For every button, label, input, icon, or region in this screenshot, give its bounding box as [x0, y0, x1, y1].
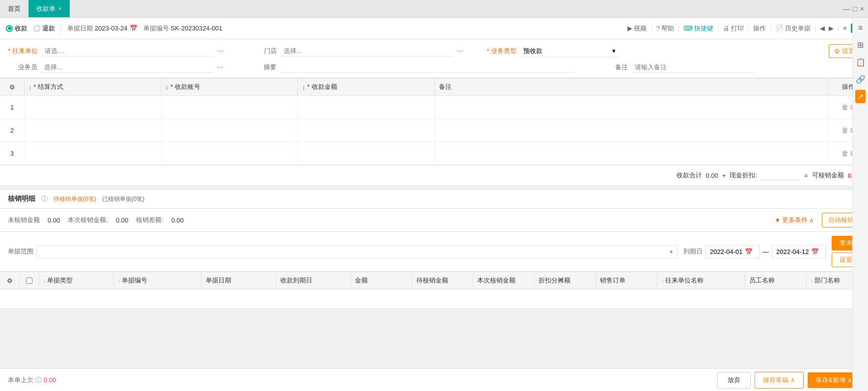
- row-2-no: 2: [0, 119, 25, 141]
- col-order-label: 销售订单: [600, 276, 625, 285]
- col-date-label: 单据日期: [206, 276, 231, 285]
- list-view-action[interactable]: ≡: [843, 25, 847, 32]
- col-due-label: 收款到期日: [280, 276, 312, 285]
- row-2-amount[interactable]: [298, 119, 435, 141]
- video-action[interactable]: ▶ 视频: [627, 24, 647, 33]
- bth-amount: 金额: [351, 273, 412, 288]
- row-3-remark[interactable]: [435, 142, 829, 165]
- row-2-settle[interactable]: [25, 119, 162, 141]
- print-icon: 🖨: [723, 25, 730, 32]
- equals-sign: =: [804, 172, 808, 179]
- no-label: 单据编号: [143, 24, 169, 33]
- writeoff-pending-tab[interactable]: 待核销单据(0笔): [54, 195, 96, 203]
- history-icon: 📄: [776, 25, 784, 32]
- window-close-icon[interactable]: ×: [860, 5, 864, 13]
- sidebar-icon-3[interactable]: 📋: [854, 56, 868, 69]
- unit-input[interactable]: [42, 46, 214, 56]
- staff-more-icon[interactable]: ···: [217, 63, 223, 72]
- col-discount-label: 折扣分摊额: [539, 276, 570, 285]
- window-minimize-icon[interactable]: —: [843, 5, 850, 13]
- window-maximize-icon[interactable]: □: [853, 5, 857, 13]
- form-area: * 往来单位 ··· 门店 ··· * 业务类型 预收款 ▾ ⚙ 设置 业务员 …: [0, 39, 868, 78]
- row-3-delete-icon[interactable]: 🗑: [841, 149, 848, 157]
- sidebar-icon-4[interactable]: 🔗: [854, 73, 868, 86]
- note-input[interactable]: [632, 62, 755, 73]
- th-remark: 备注: [435, 79, 829, 95]
- date-to-input[interactable]: 2022-04-12 📅: [772, 245, 826, 258]
- staff-input[interactable]: [41, 62, 213, 73]
- abandon-button[interactable]: 放弃: [717, 372, 751, 389]
- next-action[interactable]: ▶: [829, 25, 834, 32]
- discount-label: 现金折扣:: [730, 171, 757, 180]
- row-1-settle[interactable]: [25, 96, 162, 118]
- writeoff-header: 核销明细 ⓘ 待核销单据(0笔) 已核销单据(0笔): [0, 190, 868, 209]
- bth-gear[interactable]: ⚙: [0, 274, 20, 287]
- row-1-amount[interactable]: [298, 96, 435, 118]
- row-3-amount[interactable]: [298, 142, 435, 165]
- row-2-delete-icon[interactable]: 🗑: [841, 126, 848, 134]
- range-select[interactable]: ▾: [36, 245, 678, 258]
- print-action[interactable]: 🖨 打印: [723, 24, 744, 33]
- history-action[interactable]: 📄 历史单据: [776, 24, 811, 33]
- help-action[interactable]: ? 帮助: [656, 24, 674, 33]
- col-dept-label: 部门名称: [814, 276, 840, 285]
- shortcut-action[interactable]: ⌨ 快捷键: [683, 24, 713, 33]
- row-2-account[interactable]: [162, 119, 298, 141]
- date-filter-wrap: 到期日 2022-04-01 📅 — 2022-04-12 📅: [683, 245, 826, 258]
- range-select-wrap: 单据范围 ▾: [8, 245, 678, 258]
- abstract-input[interactable]: [280, 62, 575, 73]
- row-3-settle[interactable]: [25, 142, 162, 165]
- bth-type: ↕ 单据类型: [39, 273, 114, 288]
- more-conditions-btn[interactable]: ▼ 更多条件 ∧: [774, 216, 814, 224]
- bth-unit: ↕ 往来单位名称: [657, 273, 745, 288]
- save-draft-chevron-icon: ∧: [790, 376, 795, 384]
- gear-icon: ⚙: [9, 84, 15, 91]
- store-more-icon[interactable]: ···: [457, 47, 463, 56]
- biz-type-select[interactable]: 预收款 ▾: [520, 45, 619, 57]
- this-value: 0.00: [116, 217, 128, 224]
- writeoff-done-tab[interactable]: 已核销单据(0笔): [102, 195, 145, 203]
- unit-more-icon[interactable]: ···: [217, 47, 224, 56]
- toolbar-divider-1: [61, 23, 61, 34]
- right-sidebar: ≡ ⊞ 📋 🔗 ↗: [852, 18, 868, 391]
- table-header: ⚙ ↕ * 结算方式 ↕ * 收款账号 ↕ * 收款金额 备注 操作: [0, 78, 868, 96]
- store-input[interactable]: [281, 46, 453, 56]
- operations-action[interactable]: 操作: [753, 24, 766, 33]
- unverified-value: 0.00: [48, 217, 60, 224]
- date-from-input[interactable]: 2022-04-01 📅: [705, 245, 760, 258]
- sidebar-icon-2[interactable]: ⊞: [855, 38, 866, 52]
- receipt-radio-dot: [6, 25, 13, 32]
- range-chevron-icon: ▾: [670, 248, 673, 255]
- radio-group: 收款 退款: [6, 24, 55, 33]
- save-new-label: 保存&新增: [815, 376, 845, 385]
- th-settings[interactable]: ⚙: [0, 80, 25, 95]
- filter-icon: ▼: [774, 217, 781, 224]
- row-1-account[interactable]: [162, 96, 298, 118]
- row-2-remark[interactable]: [435, 119, 829, 141]
- row-1-delete-icon[interactable]: 🗑: [841, 103, 848, 111]
- refund-radio[interactable]: 退款: [33, 24, 55, 33]
- top-toolbar: 收款 退款 单据日期 2023-03-24 📅 单据编号 SK-20230324…: [0, 18, 868, 39]
- tab-home[interactable]: 首页: [0, 0, 28, 17]
- tab-receipt[interactable]: 收款单 ×: [28, 0, 70, 17]
- calendar-icon[interactable]: 📅: [130, 25, 137, 32]
- tab-close-icon[interactable]: ×: [58, 5, 62, 12]
- no-value: SK-20230324-001: [171, 25, 223, 32]
- prev-action[interactable]: ◀: [820, 25, 825, 32]
- bottom-table-header: ⚙ ↕ 单据类型 ↕ 单据编号 单据日期 收款到期日 金额: [0, 272, 868, 289]
- bth-check[interactable]: [20, 275, 39, 287]
- row-1-remark[interactable]: [435, 96, 829, 118]
- video-icon: ▶: [627, 25, 632, 32]
- discount-input[interactable]: [761, 170, 800, 180]
- receipt-radio-inner: [8, 27, 11, 30]
- sidebar-icon-1[interactable]: ≡: [856, 22, 865, 34]
- row-3-account[interactable]: [162, 142, 298, 165]
- plus-sign: +: [722, 172, 726, 179]
- save-draft-button[interactable]: 保存草稿 ∧: [755, 372, 804, 389]
- receipt-radio[interactable]: 收款: [6, 24, 27, 33]
- print-label: 打印: [731, 24, 744, 33]
- select-all-checkbox[interactable]: [26, 278, 32, 284]
- date-separator: —: [762, 248, 769, 255]
- sidebar-icon-5[interactable]: ↗: [855, 90, 866, 103]
- diff-value: 0.00: [171, 217, 184, 224]
